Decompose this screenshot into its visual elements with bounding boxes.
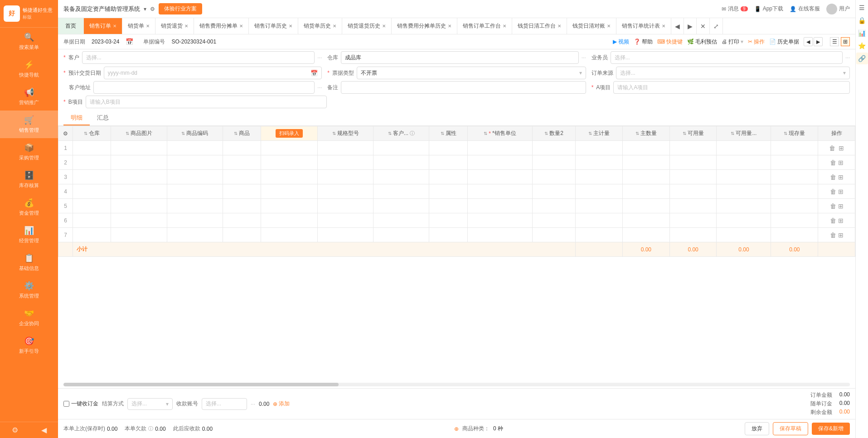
view-button[interactable]: ▶ 视频 [613, 38, 629, 46]
tab-slip-history[interactable]: 销货单历史 ✕ [298, 18, 342, 34]
cell-current[interactable] [771, 141, 818, 155]
tab-close-icon[interactable]: ✕ [382, 24, 386, 29]
tab-home[interactable]: 首页 [58, 18, 84, 34]
delete-row-button[interactable]: 🗑 [829, 216, 837, 225]
account-select[interactable]: 选择... [202, 398, 247, 410]
profit-button[interactable]: 🌿 毛利预估 [687, 38, 717, 46]
sidebar-item-purchase[interactable]: 📦 采购管理 [0, 138, 58, 166]
account-more-icon[interactable]: ··· [251, 401, 255, 407]
sidebar-item-finance[interactable]: 💰 资金管理 [0, 193, 58, 221]
tab-return-history[interactable]: 销货退货历史 ✕ [342, 18, 392, 34]
sidebar-item-quick-nav[interactable]: ⚡ 快捷导航 [0, 55, 58, 83]
customer-more-icon[interactable]: ··· [317, 54, 322, 61]
save-draft-button[interactable]: 保存草稿 [773, 422, 808, 435]
th-unit[interactable]: ⇅**销售单位 [467, 126, 532, 141]
one-click-checkbox[interactable]: 一键收订金 [63, 400, 98, 408]
a-project-input[interactable]: 请输入A项目 [613, 81, 850, 94]
industry-solution-button[interactable]: 体验行业方案 [159, 3, 202, 14]
right-icon-3[interactable]: 📊 [856, 27, 868, 39]
settings-bottom-icon[interactable]: ⚙ [12, 426, 18, 434]
one-click-check[interactable] [63, 401, 69, 407]
sidebar-item-search[interactable]: 🔍 搜索菜单 [0, 28, 58, 55]
th-settings[interactable]: ⚙ [58, 126, 73, 141]
scan-button[interactable]: 扫码录入 [276, 129, 303, 138]
th-spec[interactable]: ⇅规格型号 [317, 126, 373, 141]
tab-next-button[interactable]: ▶ [684, 18, 697, 34]
tab-sales-return[interactable]: 销货退货 ✕ [155, 18, 194, 34]
cell-main-qty[interactable] [622, 141, 669, 155]
tab-close-icon[interactable]: ✕ [558, 24, 561, 29]
customer-input[interactable]: 选择... [82, 51, 315, 64]
tab-close-icon[interactable]: ✕ [333, 24, 336, 29]
cell-warehouse[interactable] [73, 141, 111, 155]
shortcut-button[interactable]: ⌨ 快捷键 [657, 38, 683, 46]
operate-button[interactable]: ✂ 操作 [748, 38, 765, 46]
tab-order-workbench[interactable]: 销售订单工作台 ✕ [457, 18, 512, 34]
tab-expand-button[interactable]: ⤢ [710, 18, 723, 34]
sidebar-item-enterprise[interactable]: 🤝 企业协同 [0, 304, 58, 332]
tab-close-icon[interactable]: ✕ [607, 24, 611, 29]
tab-close-icon[interactable]: ✕ [184, 24, 188, 29]
tab-daily-workbench[interactable]: 钱货日清工作台 ✕ [512, 18, 567, 34]
system-dropdown-icon[interactable]: ▾ [144, 6, 146, 12]
right-icon-2[interactable]: 🔒 [856, 14, 868, 26]
copy-row-button[interactable]: ⊞ [837, 173, 844, 182]
delete-row-button[interactable]: 🗑 [829, 187, 837, 196]
copy-row-button[interactable]: ⊞ [837, 202, 844, 211]
cell-customer-code[interactable] [373, 141, 429, 155]
delivery-input[interactable]: yyyy-mm-dd 📅 [104, 67, 322, 79]
th-main-unit[interactable]: ⇅主计量 [576, 126, 623, 141]
b-project-input[interactable]: 请输入B项目 [86, 96, 327, 108]
cell-attribute[interactable] [429, 141, 467, 155]
th-qty2[interactable]: ⇅数量2 [533, 126, 576, 141]
cell-scan[interactable] [261, 141, 318, 155]
remark-input[interactable] [341, 81, 586, 94]
next-record-button[interactable]: ▶ [814, 37, 823, 46]
horizontal-scrollbar[interactable] [58, 381, 855, 388]
tab-prev-button[interactable]: ◀ [671, 18, 684, 34]
sidebar-item-guide[interactable]: 🎯 新手引导 [0, 332, 58, 359]
th-customer-code[interactable]: ⇅客户...ⓘ [373, 126, 429, 141]
th-image[interactable]: ⇅商品图片 [111, 126, 167, 141]
copy-row-button[interactable]: ⊞ [837, 216, 844, 225]
th-scan[interactable]: 扫码录入 [261, 126, 318, 141]
right-icon-5[interactable]: 🔗 [856, 53, 868, 64]
th-attribute[interactable]: ⇅属性 [429, 126, 467, 141]
cell-unit[interactable] [467, 141, 532, 155]
save-new-button[interactable]: 保存&新增 [812, 423, 850, 435]
sidebar-item-operations[interactable]: 📊 经营管理 [0, 221, 58, 249]
sidebar-item-base[interactable]: 📋 基础信息 [0, 249, 58, 276]
sidebar-item-system[interactable]: ⚙️ 系统管理 [0, 276, 58, 304]
delete-row-button[interactable]: 🗑 [829, 158, 837, 167]
tab-order-history[interactable]: 销售订单历史 ✕ [249, 18, 298, 34]
tab-close-icon[interactable]: ✕ [662, 24, 665, 29]
warehouse-more-icon[interactable]: ··· [582, 54, 586, 61]
payment-method-select[interactable]: 选择... ▾ [127, 398, 173, 410]
order-source-input[interactable]: 选择... ▾ [616, 67, 850, 79]
staff-input[interactable]: 选择... [611, 51, 843, 64]
grid-view-button[interactable]: ⊞ [841, 37, 850, 46]
copy-row-button[interactable]: ⊞ [837, 231, 844, 240]
copy-row-button[interactable]: ⊞ [838, 144, 845, 153]
tab-cost-history[interactable]: 销售费用分摊单历史 ✕ [392, 18, 457, 34]
address-input[interactable] [93, 81, 315, 94]
online-service-button[interactable]: 👤 在线客服 [790, 5, 820, 13]
delete-row-button[interactable]: 🗑 [829, 231, 837, 240]
delete-row-button[interactable]: 🗑 [829, 202, 837, 211]
prev-record-button[interactable]: ◀ [804, 37, 813, 46]
message-button[interactable]: ✉ 消息 9 [722, 5, 748, 13]
cell-available[interactable] [669, 141, 717, 155]
print-button[interactable]: 🖨 打印 ▾ [722, 38, 743, 46]
delete-row-button[interactable]: 🗑 [829, 173, 837, 182]
cell-spec[interactable] [317, 141, 373, 155]
tab-close-icon[interactable]: ✕ [239, 24, 243, 29]
tab-detail[interactable]: 明细 [63, 111, 90, 125]
cell-qty2[interactable] [533, 141, 576, 155]
tab-cost-split[interactable]: 销售费用分摊单 ✕ [194, 18, 249, 34]
tab-stats[interactable]: 销售订单统计表 ✕ [616, 18, 671, 34]
th-available2[interactable]: ⇅可用量... [717, 126, 771, 141]
sidebar-item-marketing[interactable]: 📢 营销推广 [0, 83, 58, 111]
right-icon-4[interactable]: ⭐ [856, 40, 868, 52]
calendar-icon[interactable]: 📅 [126, 38, 133, 45]
tab-sales-order[interactable]: 销售订单 ✕ [84, 18, 122, 34]
